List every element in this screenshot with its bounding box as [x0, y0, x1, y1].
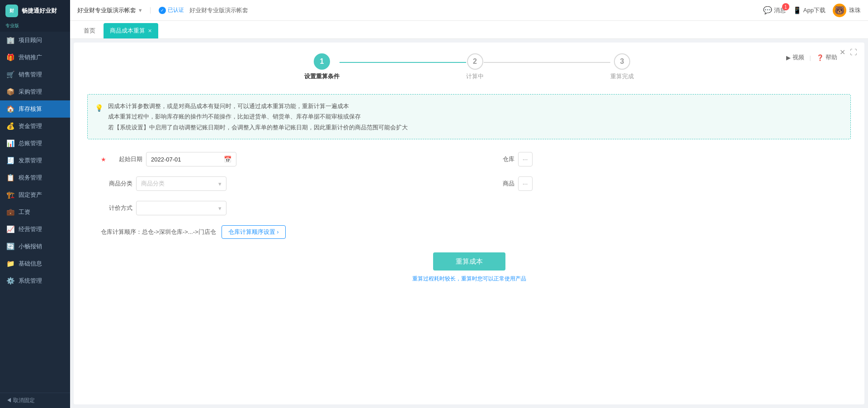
sidebar-item-salary[interactable]: 💼 工资: [0, 204, 70, 221]
message-icon: 💬: [763, 6, 772, 14]
expand-window-icon[interactable]: ⛶: [850, 48, 857, 57]
sales-icon: 🛒: [6, 71, 15, 79]
tab-close-icon[interactable]: ✕: [148, 28, 152, 34]
step-line-2: [484, 62, 610, 63]
dropdown-arrow-icon: ▾: [218, 180, 222, 187]
finance-icon: 💰: [6, 122, 15, 130]
sidebar-item-assets[interactable]: 🏗️ 固定资产: [0, 186, 70, 204]
calendar-icon[interactable]: 📅: [224, 156, 231, 163]
steps-bar: 1 设置重算条件 2 计算中 3 重算完成: [87, 53, 851, 81]
message-button[interactable]: 💬 消息 1: [763, 6, 786, 14]
step-line-1: [340, 62, 466, 63]
app-download-button[interactable]: 📱 App下载: [793, 6, 826, 14]
notice-line-3: 若【系统设置】中启用了自动调整记账日期时，会调整入库单的整单记账日期，因此重新计…: [108, 122, 408, 133]
tab-cost-recalc[interactable]: 商品成本重算 ✕: [104, 23, 158, 38]
product-select[interactable]: ···: [518, 176, 533, 191]
notice-box: 💡 因成本计算参数调整，或是对商品成本有疑问时，可以通过成本重算功能，重新计算一…: [87, 94, 851, 139]
notification-badge: 1: [782, 3, 789, 10]
marketing-icon: 🎁: [6, 53, 15, 62]
notice-line-1: 因成本计算参数调整，或是对商品成本有疑问时，可以通过成本重算功能，重新计算一遍成…: [108, 101, 408, 111]
salary-icon: 💼: [6, 208, 15, 216]
pricing-label: 计价方式: [101, 204, 132, 212]
start-date-label: 起始日期: [111, 155, 142, 163]
sidebar-item-expense[interactable]: 🔄 小畅报销: [0, 238, 70, 255]
step-2: 2 计算中: [466, 53, 484, 81]
warehouse-order-setting-button[interactable]: 仓库计算顺序设置 ›: [222, 225, 286, 239]
notice-content: 因成本计算参数调整，或是对商品成本有疑问时，可以通过成本重算功能，重新计算一遍成…: [108, 101, 408, 133]
recalc-button[interactable]: 重算成本: [433, 252, 505, 270]
sidebar-item-sales[interactable]: 🛒 销售管理: [0, 66, 70, 83]
sidebar-item-invoice[interactable]: 🧾 发票管理: [0, 152, 70, 169]
form-section: ★ 起始日期 2022-07-01 📅 仓库 ··· 商品分类: [87, 152, 851, 239]
verified-badge: ✓ 已认证: [159, 6, 184, 14]
sidebar-item-marketing[interactable]: 🎁 营销推广: [0, 49, 70, 66]
pricing-select[interactable]: ▾: [136, 201, 226, 215]
step-3-label: 重算完成: [610, 72, 634, 81]
avatar: 🐻: [833, 4, 846, 17]
sidebar-item-finance[interactable]: 💰 资金管理: [0, 118, 70, 135]
accounting-icon: 📊: [6, 139, 15, 147]
submit-area: 重算成本 重算过程耗时较长，重算时您可以正常使用产品: [87, 252, 851, 283]
category-label: 商品分类: [101, 180, 132, 188]
warehouse-item: 仓库 ···: [483, 152, 838, 166]
sidebar-unpin-button[interactable]: ◀ 取消固定: [0, 393, 70, 408]
form-row-1: ★ 起始日期 2022-07-01 📅 仓库 ···: [101, 152, 837, 166]
topbar-divider: [150, 7, 151, 14]
sidebar-nav: 🏢 项目顾问 🎁 营销推广 🛒 销售管理 📦 采购管理 🏠 库存核算 💰 资金管…: [0, 32, 70, 393]
step-1-circle: 1: [314, 53, 330, 70]
sidebar: 财 畅捷通好业财 专业版 🏢 项目顾问 🎁 营销推广 🛒 销售管理 📦 采购管理…: [0, 0, 70, 408]
category-item: 商品分类 商品分类 ▾: [101, 176, 456, 191]
product-label: 商品: [483, 180, 514, 188]
category-select[interactable]: 商品分类 ▾: [136, 176, 226, 191]
sidebar-item-purchase[interactable]: 📦 采购管理: [0, 83, 70, 100]
dropdown-arrow-2-icon: ▾: [218, 205, 222, 212]
invoice-icon: 🧾: [6, 157, 15, 165]
assets-icon: 🏗️: [6, 191, 15, 199]
warehouse-select[interactable]: ···: [518, 152, 533, 166]
company-name: 好业财专业版演示帐套: [189, 6, 248, 14]
expense-icon: 🔄: [6, 242, 15, 251]
step-1: 1 设置重算条件: [304, 53, 340, 81]
sidebar-item-tax[interactable]: 📋 税务管理: [0, 169, 70, 186]
step-2-label: 计算中: [466, 72, 484, 81]
sidebar-logo: 财 畅捷通好业财: [0, 0, 70, 22]
topbar: 好业财专业版演示帐套 ▾ ✓ 已认证 好业财专业版演示帐套 💬 消息 1 📱 A…: [70, 0, 868, 21]
start-date-item: ★ 起始日期 2022-07-01 📅: [101, 152, 456, 166]
project-icon: 🏢: [6, 36, 15, 44]
system-icon: ⚙️: [6, 277, 15, 285]
warehouse-label: 仓库: [483, 155, 514, 163]
start-date-input[interactable]: 2022-07-01 📅: [146, 152, 236, 166]
sidebar-item-system[interactable]: ⚙️ 系统管理: [0, 272, 70, 289]
sidebar-item-inventory[interactable]: 🏠 库存核算: [0, 100, 70, 118]
tab-home[interactable]: 首页: [77, 23, 102, 38]
tabbar: 首页 商品成本重算 ✕: [70, 21, 868, 39]
shield-icon: ✓: [159, 7, 166, 14]
step-3: 3 重算完成: [610, 53, 634, 81]
sidebar-item-basic[interactable]: 📁 基础信息: [0, 255, 70, 272]
account-selector[interactable]: 好业财专业版演示帐套 ▾: [77, 6, 142, 14]
step-1-label: 设置重算条件: [304, 72, 340, 81]
form-row-3: 计价方式 ▾: [101, 201, 837, 215]
notice-line-2: 成本重算过程中，影响库存账的操作均不能操作，比如进货单、销货单、库存单据不能审核…: [108, 111, 408, 122]
step-3-circle: 3: [614, 53, 630, 70]
topbar-actions: 💬 消息 1 📱 App下载 🐻 珠珠: [763, 4, 861, 17]
inventory-icon: 🏠: [6, 105, 15, 113]
step-2-circle: 2: [467, 53, 483, 70]
basic-icon: 📁: [6, 260, 15, 268]
warehouse-order-row: 仓库计算顺序：总仓->深圳仓库->...->门店仓 仓库计算顺序设置 ›: [101, 225, 837, 239]
sidebar-item-project[interactable]: 🏢 项目顾问: [0, 32, 70, 49]
product-item: 商品 ···: [483, 176, 838, 191]
dropdown-icon: ▾: [139, 7, 142, 14]
pricing-item: 计价方式 ▾: [101, 201, 837, 215]
submit-hint: 重算过程耗时较长，重算时您可以正常使用产品: [87, 275, 851, 283]
sidebar-item-accounting[interactable]: 📊 总账管理: [0, 135, 70, 152]
app-logo-icon: 财: [5, 5, 18, 17]
phone-icon: 📱: [793, 6, 802, 14]
required-mark: ★: [101, 156, 106, 163]
user-menu[interactable]: 🐻 珠珠: [833, 4, 861, 17]
warning-icon: 💡: [95, 102, 104, 133]
sidebar-item-operation[interactable]: 📈 经营管理: [0, 221, 70, 238]
tax-icon: 📋: [6, 174, 15, 182]
form-row-2: 商品分类 商品分类 ▾ 商品 ···: [101, 176, 837, 191]
app-logo-text: 畅捷通好业财: [22, 7, 57, 14]
